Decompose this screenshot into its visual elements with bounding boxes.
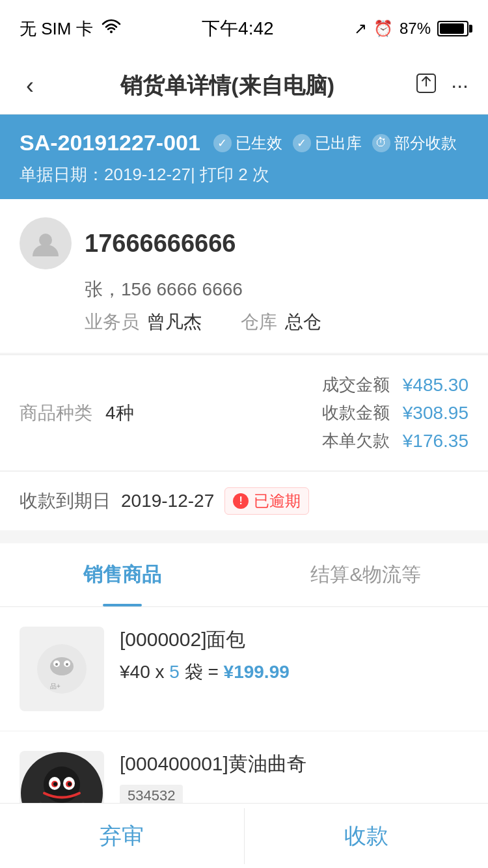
header-date: 2019-12-27 [104, 165, 191, 184]
tabs-section: 销售商品 结算&物流等 [0, 543, 488, 607]
nav-bar: ‹ 销货单详情(来自电脑) ··· [0, 57, 488, 115]
overdue-icon: ! [233, 493, 249, 509]
date-label: 单据日期： [20, 165, 104, 184]
order-number: SA-20191227-001 [20, 130, 200, 156]
status-tag-partial: ⏱ 部分收款 [372, 133, 457, 154]
header-banner: SA-20191227-001 ✓ 已生效 ✓ 已出库 ⏱ 部分收款 单据日期：… [0, 115, 488, 199]
location-icon: ↗ [354, 20, 367, 38]
status-shipped-label: 已出库 [315, 133, 362, 154]
wifi-icon [101, 19, 122, 39]
tab-settlement-label: 结算&物流等 [310, 563, 421, 585]
sales-person-item: 业务员 曾凡杰 [85, 310, 202, 334]
section-divider [0, 530, 488, 541]
header-date-row: 单据日期：2019-12-27| 打印 2 次 [20, 163, 468, 186]
share-icon[interactable] [414, 72, 438, 100]
customer-phone: 17666666666 [85, 230, 236, 258]
warehouse-item: 仓库 总仓 [241, 310, 321, 334]
product-types-label: 商品种类 [20, 401, 92, 426]
transaction-label: 成交金额 [322, 373, 390, 396]
summary-row: 商品种类 4种 成交金额 ¥485.30 收款金额 ¥308.95 本单欠款 ¥… [20, 373, 468, 452]
check-icon-shipped: ✓ [293, 134, 311, 152]
overdue-text: 已逾期 [254, 491, 301, 511]
svg-point-15 [53, 782, 57, 786]
print-text: | 打印 2 次 [191, 165, 269, 184]
status-bar-left: 无 SIM 卡 [20, 18, 122, 40]
received-row: 收款金额 ¥308.95 [322, 401, 468, 424]
product-price-1: ¥40 x 5 袋 = ¥199.99 [120, 660, 468, 685]
received-label: 收款金额 [322, 401, 390, 424]
product-total-1: ¥199.99 [224, 662, 290, 682]
check-icon-effective: ✓ [213, 134, 232, 152]
status-bar-time: 下午4:42 [202, 16, 274, 41]
product-price-value-1: ¥40 [120, 662, 150, 682]
customer-section: 17666666666 张，156 6666 6666 业务员 曾凡杰 仓库 总… [0, 199, 488, 353]
customer-meta: 业务员 曾凡杰 仓库 总仓 [85, 310, 468, 334]
svg-point-3 [50, 657, 74, 675]
battery-icon [437, 21, 468, 36]
product-types-value: 4种 [105, 401, 134, 426]
status-partial-label: 部分收款 [394, 133, 457, 154]
status-bar: 无 SIM 卡 下午4:42 ↗ ⏰ 87% [0, 0, 488, 57]
sales-value: 曾凡杰 [147, 310, 202, 334]
cancel-label: 弃审 [100, 823, 144, 848]
product-quantity-1: 5 [169, 662, 180, 682]
bottom-bar: 弃审 收款 [0, 803, 488, 868]
summary-right: 成交金额 ¥485.30 收款金额 ¥308.95 本单欠款 ¥176.35 [322, 373, 468, 452]
confirm-button[interactable]: 收款 [245, 808, 489, 864]
cancel-button[interactable]: 弃审 [0, 808, 245, 864]
svg-text:品+: 品+ [50, 683, 61, 690]
warehouse-value: 总仓 [285, 310, 321, 334]
status-tags: ✓ 已生效 ✓ 已出库 ⏱ 部分收款 [213, 133, 457, 154]
owed-amount: ¥176.35 [403, 431, 468, 452]
status-tag-effective: ✓ 已生效 [213, 133, 282, 154]
tab-settlement[interactable]: 结算&物流等 [244, 543, 488, 606]
summary-section: 商品种类 4种 成交金额 ¥485.30 收款金额 ¥308.95 本单欠款 ¥… [0, 355, 488, 470]
owed-row: 本单欠款 ¥176.35 [322, 429, 468, 452]
product-price-x-1: x [156, 662, 170, 682]
product-item: 品+ [0000002]面包 ¥40 x 5 袋 = ¥199.99 [0, 607, 488, 731]
customer-main-row: 17666666666 [20, 217, 468, 269]
clock-icon-partial: ⏱ [372, 134, 390, 152]
owed-label: 本单欠款 [322, 429, 390, 452]
tabs-row: 销售商品 结算&物流等 [0, 543, 488, 607]
warehouse-label: 仓库 [241, 310, 277, 334]
product-unit-1: 袋 [185, 662, 203, 682]
product-equals-1: = [208, 662, 223, 682]
svg-point-7 [66, 663, 68, 666]
product-placeholder-1: 品+ [20, 627, 104, 711]
confirm-label: 收款 [344, 823, 388, 848]
due-label: 收款到期日 [20, 489, 111, 513]
received-amount: ¥308.95 [403, 403, 468, 424]
transaction-row: 成交金额 ¥485.30 [322, 373, 468, 396]
status-bar-right: ↗ ⏰ 87% [354, 20, 468, 38]
svg-point-6 [55, 663, 58, 666]
due-date: 2019-12-27 [121, 491, 214, 511]
nav-title: 销货单详情(来自电脑) [120, 71, 334, 101]
battery-text: 87% [400, 20, 431, 38]
summary-left: 商品种类 4种 [20, 401, 134, 426]
overdue-badge: ! 已逾期 [224, 487, 309, 515]
product-name-1: [0000002]面包 [120, 627, 468, 653]
product-image-1: 品+ [20, 627, 104, 711]
more-icon[interactable]: ··· [451, 74, 468, 98]
tab-products[interactable]: 销售商品 [0, 543, 244, 606]
carrier-text: 无 SIM 卡 [20, 18, 93, 40]
due-section: 收款到期日 2019-12-27 ! 已逾期 [0, 472, 488, 530]
sales-label: 业务员 [85, 310, 139, 334]
status-effective-label: 已生效 [236, 133, 282, 154]
status-tag-shipped: ✓ 已出库 [293, 133, 362, 154]
transaction-amount: ¥485.30 [403, 375, 468, 396]
back-button[interactable]: ‹ [20, 66, 40, 106]
tab-products-label: 销售商品 [83, 563, 161, 585]
nav-actions: ··· [414, 72, 468, 100]
svg-point-16 [68, 782, 72, 786]
product-name-2: [000400001]黄油曲奇 [120, 751, 468, 778]
avatar [20, 217, 72, 269]
product-info-1: [0000002]面包 ¥40 x 5 袋 = ¥199.99 [120, 627, 468, 685]
alarm-icon: ⏰ [373, 20, 393, 38]
customer-name: 张，156 6666 6666 [85, 277, 468, 302]
